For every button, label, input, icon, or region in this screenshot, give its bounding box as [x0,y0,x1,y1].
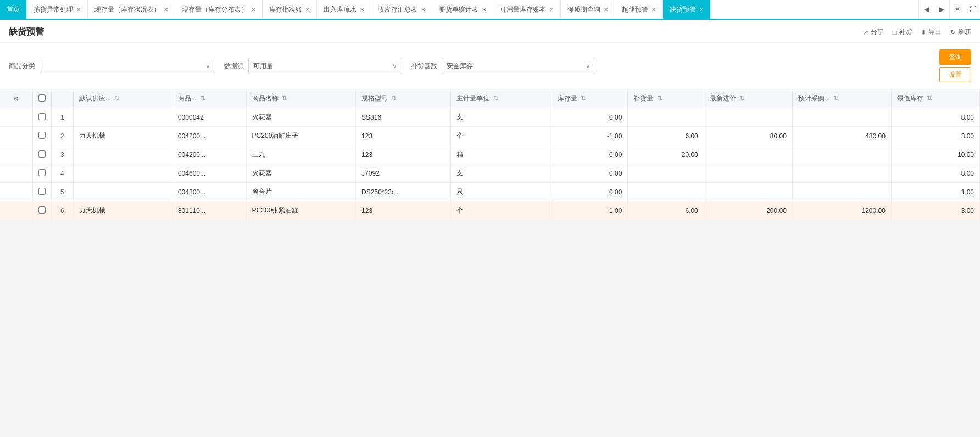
tab-inventory-status-close[interactable]: ✕ [164,7,168,13]
tab-inventory-status[interactable]: 现存量（库存状况表） ✕ [88,0,175,19]
col-stock-qty[interactable]: 库存量 ⇅ [552,89,627,108]
replenish-button[interactable]: □ 补货 [893,27,912,37]
col-stock-qty-sort-icon: ⇅ [581,94,586,102]
row-checkbox[interactable] [38,132,46,139]
col-min-stock[interactable]: 最低库存 ⇅ [891,89,979,108]
tab-inout[interactable]: 出入库流水 ✕ [317,0,371,19]
row-checkbox[interactable] [38,188,46,195]
tab-available-ledger-close[interactable]: ✕ [549,7,554,13]
row-checkbox-cell[interactable] [32,164,51,183]
tab-order-stat-close[interactable]: ✕ [482,7,486,13]
col-est-purchase[interactable]: 预计采购... ⇅ [792,89,891,108]
category-select[interactable]: ∨ [40,58,215,74]
nav-close-button[interactable]: ✕ [949,0,965,19]
row-settings-cell [0,108,32,127]
col-default-supplier[interactable]: 默认供应... ⇅ [73,89,172,108]
row-min-stock: 10.00 [891,145,979,164]
row-stock-qty: 0.00 [552,145,627,164]
tab-abnormal[interactable]: 拣货异常处理 ✕ [27,0,88,19]
category-chevron-icon: ∨ [205,62,210,70]
tab-order-stat[interactable]: 要货单统计表 ✕ [432,0,493,19]
tab-overstock[interactable]: 超储预警 ✕ [615,0,663,19]
table-row: 3 004200... 三九 123 箱 0.00 20.00 10.00 [0,145,980,164]
tab-shortage[interactable]: 缺货预警 ✕ [663,0,711,19]
row-stock-qty: 0.00 [552,164,627,183]
row-checkbox-cell[interactable] [32,145,51,164]
page-header: 缺货预警 ↗ 分享 □ 补货 ⬇ 导出 ↻ 刷新 [0,20,980,43]
table-row: 4 004600... 火花塞 J7092 支 0.00 8.00 [0,164,980,183]
tab-batch[interactable]: 库存批次账 ✕ [263,0,317,19]
row-latest-price [704,164,792,183]
select-all-checkbox[interactable] [38,94,46,102]
tab-expiry-close[interactable]: ✕ [604,7,608,13]
settings-button[interactable]: 设置 [939,67,971,82]
refresh-icon: ↻ [950,29,956,36]
tab-home[interactable]: 首页 [0,0,27,19]
row-checkbox-cell[interactable] [32,183,51,201]
row-checkbox[interactable] [38,150,46,158]
row-checkbox[interactable] [38,206,46,214]
col-settings[interactable]: ⚙ [0,89,32,108]
settings-gear-icon[interactable]: ⚙ [13,95,19,103]
col-replenish-qty[interactable]: 补货量 ⇅ [628,89,704,108]
col-replenish-qty-sort-icon: ⇅ [657,94,662,102]
tab-inout-label: 出入库流水 [324,5,357,14]
replenish-base-chevron-icon: ∨ [586,62,591,70]
refresh-button[interactable]: ↻ 刷新 [950,27,971,37]
col-latest-price[interactable]: 最新进价 ⇅ [704,89,792,108]
export-button[interactable]: ⬇ 导出 [921,27,942,37]
col-unit[interactable]: 主计量单位 ⇅ [451,89,552,108]
tab-inventory-dist[interactable]: 现存量（库存分布表） ✕ [175,0,263,19]
replenish-icon: □ [893,29,897,36]
row-checkbox[interactable] [38,169,46,176]
row-checkbox[interactable] [38,113,46,120]
tab-inout-close[interactable]: ✕ [360,7,364,13]
row-spec: 123 [356,201,451,220]
tab-order-stat-label: 要货单统计表 [439,5,478,14]
col-unit-sort-icon: ⇅ [493,94,499,102]
row-default-supplier [73,164,172,183]
tab-inventory-dist-close[interactable]: ✕ [251,7,255,13]
table-header-row: ⚙ 默认供应... ⇅ 商品... ⇅ 商品名称 [0,89,980,108]
col-product-code[interactable]: 商品... ⇅ [172,89,246,108]
col-min-stock-label: 最低库存 [897,94,923,102]
row-replenish-qty: 6.00 [628,127,704,145]
col-spec[interactable]: 规格型号 ⇅ [356,89,451,108]
tab-available-ledger-label: 可用量库存账本 [500,5,546,14]
query-button[interactable]: 查询 [939,49,971,65]
share-button[interactable]: ↗ 分享 [863,27,884,37]
datasource-select[interactable]: 可用量 ∨ [248,58,402,74]
col-product-name[interactable]: 商品名称 ⇅ [246,89,356,108]
tab-shortage-close[interactable]: ✕ [699,7,704,13]
nav-expand-button[interactable]: ⛶ [965,0,980,19]
tab-available-ledger[interactable]: 可用量库存账本 ✕ [493,0,561,19]
tab-inventory-dist-label: 现存量（库存分布表） [182,5,248,14]
tab-batch-close[interactable]: ✕ [305,7,310,13]
row-replenish-qty [628,164,704,183]
tab-expiry[interactable]: 保质期查询 ✕ [561,0,615,19]
row-checkbox-cell[interactable] [32,201,51,220]
row-spec: J7092 [356,164,451,183]
tab-receive-summary-close[interactable]: ✕ [421,7,425,13]
row-replenish-qty: 20.00 [628,145,704,164]
row-min-stock: 3.00 [891,201,979,220]
row-replenish-qty [628,108,704,127]
tab-abnormal-close[interactable]: ✕ [76,7,81,13]
replenish-base-select[interactable]: 安全库存 ∨ [442,58,595,74]
nav-prev-button[interactable]: ◀ [918,0,934,19]
row-stock-qty: -1.00 [552,201,627,220]
row-settings-cell [0,183,32,201]
row-product-name: 离合片 [246,183,356,201]
tab-receive-summary[interactable]: 收发存汇总表 ✕ [371,0,432,19]
nav-next-button[interactable]: ▶ [934,0,949,19]
row-checkbox-cell[interactable] [32,108,51,127]
filter-actions: 查询 设置 [939,49,971,82]
page-content: 缺货预警 ↗ 分享 □ 补货 ⬇ 导出 ↻ 刷新 商品分类 [0,20,980,220]
share-icon: ↗ [863,29,868,36]
export-label: 导出 [928,27,942,37]
row-checkbox-cell[interactable] [32,127,51,145]
row-default-supplier: 力天机械 [73,127,172,145]
category-filter-group: 商品分类 ∨ [9,58,215,74]
tab-overstock-close[interactable]: ✕ [652,7,656,13]
row-spec: 123 [356,145,451,164]
